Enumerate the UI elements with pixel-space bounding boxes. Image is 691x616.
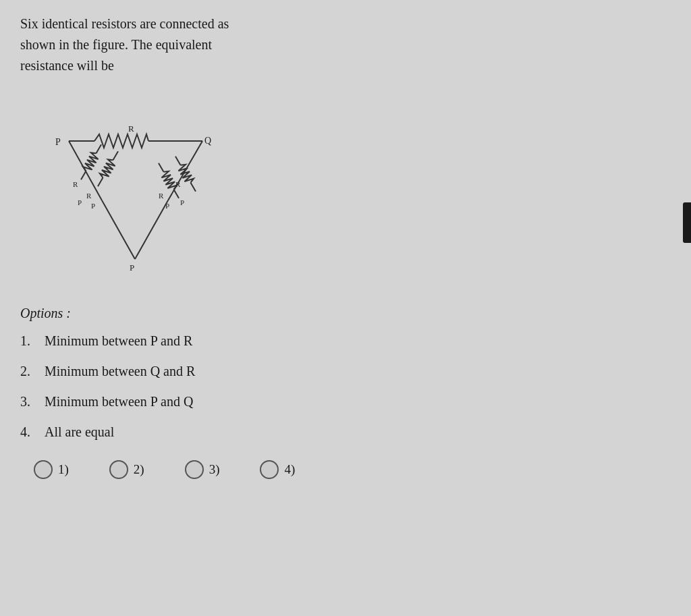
option-item-3: 3. Minimum between P and Q (20, 394, 671, 410)
answer-label-4: 4) (284, 462, 295, 477)
question-line2: shown in the figure. The equivalent (20, 37, 212, 52)
option-number-4: 4. (20, 424, 45, 440)
option-text-4: All are equal (45, 424, 114, 440)
svg-line-19 (159, 163, 164, 172)
svg-line-7 (81, 171, 86, 179)
svg-line-20 (174, 190, 179, 198)
svg-line-18 (191, 183, 196, 192)
option-number-3: 3. (20, 394, 45, 410)
answer-option-1[interactable]: 1) (34, 460, 69, 479)
option-item-1: 1. Minimum between P and R (20, 333, 671, 349)
svg-line-15 (102, 200, 135, 259)
svg-line-9 (98, 177, 103, 186)
option-text-2: Minimum between Q and R (45, 364, 195, 379)
option-text-3: Minimum between P and Q (45, 394, 193, 410)
radio-3[interactable] (185, 460, 204, 479)
option-text-1: Minimum between P and R (45, 333, 192, 349)
svg-text:P: P (91, 202, 95, 210)
svg-line-8 (96, 144, 102, 153)
svg-text:R: R (73, 180, 78, 188)
radio-1[interactable] (34, 460, 53, 479)
svg-text:P: P (55, 137, 61, 147)
answer-option-2[interactable]: 2) (109, 460, 144, 479)
question-line3: resistance will be (20, 58, 114, 73)
svg-text:R: R (86, 192, 92, 200)
svg-line-25 (135, 200, 168, 259)
svg-text:P: P (180, 198, 184, 206)
question-line1: Six identical resistors are connected as (20, 16, 229, 31)
answer-option-3[interactable]: 3) (185, 460, 220, 479)
answer-option-4[interactable]: 4) (260, 460, 295, 479)
option-item-2: 2. Minimum between Q and R (20, 364, 671, 379)
answer-label-3: 3) (209, 462, 220, 477)
svg-text:P: P (130, 262, 134, 273)
question-text: Six identical resistors are connected as… (20, 13, 371, 76)
radio-2[interactable] (109, 460, 128, 479)
circuit-figure: P Q R P (40, 87, 243, 289)
answer-label-1: 1) (58, 462, 69, 477)
svg-text:P: P (78, 198, 82, 206)
svg-line-17 (175, 157, 181, 165)
options-label: Options : (20, 306, 671, 321)
svg-line-10 (113, 151, 119, 160)
option-item-4: 4. All are equal (20, 424, 671, 440)
options-list: 1. Minimum between P and R 2. Minimum be… (20, 333, 671, 440)
svg-text:R: R (159, 192, 164, 200)
radio-4[interactable] (260, 460, 279, 479)
svg-text:Q: Q (204, 136, 211, 146)
svg-text:R: R (128, 123, 134, 134)
svg-text:R: R (175, 180, 181, 188)
answer-label-2: 2) (134, 462, 144, 477)
answer-row: 1) 2) 3) 4) (20, 460, 671, 479)
side-bar (683, 202, 691, 243)
option-number-2: 2. (20, 364, 45, 379)
option-number-1: 1. (20, 333, 45, 349)
page: Six identical resistors are connected as… (0, 0, 691, 616)
